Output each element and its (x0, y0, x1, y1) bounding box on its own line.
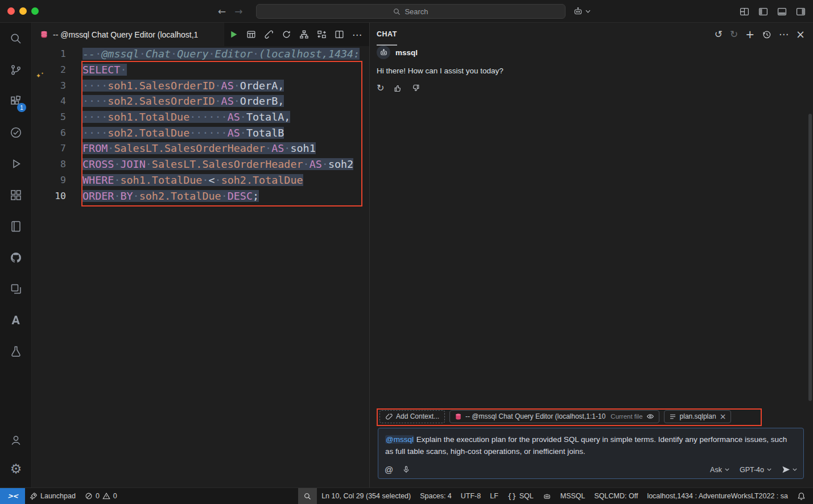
mention-icon[interactable]: @ (385, 465, 393, 474)
estimated-plan-icon[interactable] (299, 30, 309, 39)
code-line[interactable]: 8CROSS·JOIN·SalesLT.SalesOrderHeader·AS·… (32, 156, 369, 172)
code-line[interactable]: 5····soh1.TotalDue······AS·TotalA, (32, 109, 369, 125)
code-lines: 1--·@mssql·Chat·Query·Editor·(localhost,… (32, 46, 369, 204)
split-editor-icon[interactable] (335, 30, 344, 39)
context-pill-sqlplan[interactable]: plan.sqlplan × (664, 410, 732, 423)
remote-indicator[interactable]: >< (0, 488, 25, 504)
search-icon (393, 8, 401, 15)
ask-mode-label: Ask (710, 466, 722, 474)
code-line[interactable]: 9WHERE·soh1.TotalDue·<·soh2.TotalDue (32, 172, 369, 188)
problems-status-item[interactable]: 0 0 (80, 488, 122, 504)
line-number[interactable]: 6 (32, 127, 66, 138)
mssql-status-item[interactable]: MSSQL (556, 488, 590, 504)
chat-panel-title[interactable]: CHAT (377, 23, 397, 46)
notifications-bell[interactable] (793, 488, 813, 504)
remove-context-icon[interactable]: × (720, 412, 727, 421)
chat-input-text[interactable]: @mssql Explain the execution plan for th… (385, 433, 797, 457)
close-chat-icon[interactable]: × (796, 29, 805, 40)
code-line[interactable]: 7FROM·SalesLT.SalesOrderHeader·AS·soh1 (32, 141, 369, 156)
code-line[interactable]: 1--·@mssql·Chat·Query·Editor·(localhost,… (32, 46, 369, 62)
ask-mode-dropdown[interactable]: Ask (710, 466, 729, 474)
line-number[interactable]: 3 (32, 80, 66, 91)
schema-compare-icon[interactable] (317, 30, 327, 39)
extensions-activity-button[interactable]: 1 (0, 85, 32, 117)
azure-activity-button[interactable] (0, 304, 32, 336)
remote-explorer-activity-button[interactable] (0, 273, 32, 304)
indentation-item[interactable]: Spaces: 4 (415, 488, 456, 504)
accounts-button[interactable] (0, 426, 32, 455)
model-dropdown[interactable]: GPT-4o (740, 466, 771, 474)
send-button[interactable] (782, 465, 797, 474)
thumbs-down-icon[interactable] (411, 84, 420, 93)
code-line[interactable]: 2SELECT· (32, 62, 369, 78)
more-actions-icon[interactable]: ⋯ (352, 29, 362, 40)
new-chat-icon[interactable]: + (745, 29, 754, 40)
eye-icon[interactable] (646, 412, 654, 420)
sqlcmd-status-item[interactable]: SQLCMD: Off (590, 488, 643, 504)
thumbs-up-icon[interactable] (393, 84, 402, 93)
chat-history-icon[interactable] (762, 30, 771, 39)
results-grid-icon[interactable] (246, 30, 256, 39)
eol-item[interactable]: LF (485, 488, 503, 504)
chat-more-icon[interactable]: ⋯ (779, 30, 789, 39)
toggle-panel-icon[interactable] (777, 7, 787, 16)
command-center-search[interactable]: Search (256, 4, 566, 19)
run-debug-activity-button[interactable] (0, 148, 32, 179)
toggle-sidebar-right-icon[interactable] (796, 7, 806, 16)
chevron-down-icon (793, 468, 797, 471)
undo-chat-icon[interactable]: ↺ (715, 30, 723, 39)
object-explorer-activity-button[interactable] (0, 179, 32, 210)
cursor-position-item[interactable]: Ln 10, Col 29 (354 selected) (317, 488, 415, 504)
mssql-mention-chip[interactable]: @mssql (385, 435, 414, 444)
line-number[interactable]: 4 (32, 96, 66, 106)
minimize-window-button[interactable] (19, 7, 27, 15)
run-query-button[interactable] (229, 30, 238, 39)
redo-chat-icon[interactable]: ↻ (730, 30, 738, 39)
search-activity-button[interactable] (0, 23, 32, 54)
chat-scrollbar[interactable] (808, 114, 812, 401)
line-number[interactable]: 1 (32, 48, 66, 59)
context-pill-current-file[interactable]: -- @mssql Chat Query Editor (localhost,1… (449, 410, 659, 423)
paperclip-icon (385, 413, 393, 420)
forward-icon[interactable]: → (234, 6, 242, 17)
chat-input-box[interactable]: @mssql Explain the execution plan for th… (378, 428, 804, 479)
notebooks-activity-button[interactable] (0, 210, 32, 242)
code-line[interactable]: 3····soh1.SalesOrderID·AS·OrderA, (32, 77, 369, 93)
toggle-sidebar-left-icon[interactable] (758, 7, 768, 16)
language-mode-item[interactable]: {} SQL (503, 488, 538, 504)
line-number[interactable]: 9 (32, 175, 66, 185)
code-line[interactable]: 6····soh2.TotalDue······AS·TotalB (32, 125, 369, 141)
window-controls (7, 7, 39, 15)
copilot-sparkle-icon[interactable]: ✦✦ (36, 71, 44, 80)
test-explorer-activity-button[interactable] (0, 117, 32, 148)
zoom-status-item[interactable] (298, 488, 317, 504)
line-number[interactable]: 10 (32, 191, 66, 201)
github-activity-button[interactable] (0, 242, 32, 273)
zoom-window-button[interactable] (31, 7, 39, 15)
line-number[interactable]: 7 (32, 143, 66, 154)
mic-icon[interactable] (402, 465, 410, 474)
database-projects-activity-button[interactable] (0, 336, 32, 367)
customize-layout-icon[interactable] (740, 7, 749, 16)
connection-status-item[interactable]: localhost,1434 : AdventureWorksLT2022 : … (642, 488, 793, 504)
code-editor[interactable]: ✦✦ 1--·@mssql·Chat·Query·Editor·(localho… (32, 46, 369, 488)
line-number[interactable]: 8 (32, 159, 66, 170)
settings-button[interactable]: ⚙ (0, 455, 32, 483)
copilot-menu-button[interactable] (573, 0, 591, 23)
change-connection-icon[interactable] (282, 30, 291, 39)
add-context-button[interactable]: Add Context... (379, 410, 445, 423)
code-line[interactable]: 10ORDER·BY·soh2.TotalDue·DESC; (32, 188, 369, 204)
launchpad-status-item[interactable]: Launchpad (25, 488, 80, 504)
editor-tab-mssql-chat-query[interactable]: -- @mssql Chat Query Editor (localhost,1 (32, 23, 224, 46)
code-line[interactable]: 4····soh2.SalesOrderID·AS·OrderB, (32, 93, 369, 109)
rerun-message-icon[interactable]: ↻ (377, 82, 384, 93)
context-file-label: -- @mssql Chat Query Editor (localhost,1… (465, 412, 605, 420)
copilot-status-item[interactable] (538, 488, 556, 504)
back-icon[interactable]: ← (218, 6, 226, 17)
line-number[interactable]: 5 (32, 111, 66, 122)
source-control-activity-button[interactable] (0, 54, 32, 85)
encoding-item[interactable]: UTF-8 (456, 488, 485, 504)
connect-icon[interactable] (264, 30, 274, 39)
close-window-button[interactable] (7, 7, 15, 15)
gear-icon: ⚙ (10, 461, 22, 476)
